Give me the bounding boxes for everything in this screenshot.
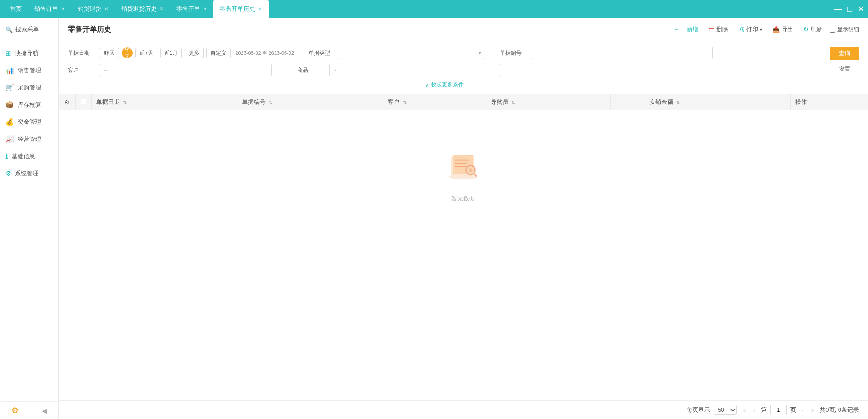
sort-customer-icon: ⇅ [403,100,407,105]
close-window-button[interactable]: ✕ [858,5,864,13]
filter-date-buttons: 昨天 今天 近7天 近1月 更多 自定义 2023-06-02 至 2023-0… [100,47,294,58]
yesterday-btn[interactable]: 昨天 [100,48,119,58]
add-button[interactable]: ＋ + 新增 [671,24,701,35]
top-nav-bar: 首页 销售订单 ✕ 销货退货 ✕ 销货退货历史 ✕ 零售开单 ✕ 零售开单历史 … [0,0,868,18]
sidebar-item-basic-info[interactable]: ℹ 基础信息 [0,148,58,165]
refresh-button[interactable]: ↻ 刷新 [801,24,825,35]
table-header-row: ⚙ 单据日期 ⇅ 单据编号 ⇅ [59,94,868,110]
prev-page-btn[interactable]: ‹ [751,405,757,414]
export-icon: 📤 [772,26,780,33]
sidebar: 🔍 搜索采单 ⊞ 快捷导航 📊 销售管理 🛒 采购管理 📦 库存核算 � [0,18,59,419]
query-button[interactable]: 查询 [830,47,859,60]
svg-rect-4 [455,163,466,164]
operations-icon: 📈 [5,135,14,143]
more-btn[interactable]: 更多 [185,48,204,58]
quick-nav-icon: ⊞ [5,49,11,57]
date-label: 单据日期 [68,49,93,57]
page-title: 零售开单历史 [68,25,111,34]
filter-area: 单据日期 昨天 今天 近7天 近1月 更多 自定义 2023-06-02 至 2… [59,41,868,94]
per-page-select[interactable]: 50 10 20 100 [714,405,737,415]
today-btn[interactable]: 今天 [122,47,133,58]
tab-sales-order[interactable]: 销售订单 ✕ [28,0,71,18]
sidebar-search[interactable]: 🔍 搜索采单 [0,23,58,36]
select-all-checkbox[interactable] [81,99,86,104]
th-guide[interactable]: 导购员 ⇅ [486,94,610,110]
doc-type-label: 单据类型 [308,49,333,57]
column-settings-icon[interactable]: ⚙ [64,99,70,106]
filter-settings-button[interactable]: 设置 [830,62,859,75]
first-page-btn[interactable]: « [740,405,748,414]
toolbar: ＋ + 新增 🗑 删除 🖨 打印 ▾ 📤 导出 ↻ [671,24,859,35]
empty-state: 暂无数据 [59,110,868,221]
tab-sales-return[interactable]: 销货退货 ✕ [71,0,115,18]
sidebar-item-purchase-mgmt[interactable]: 🛒 采购管理 [0,79,58,96]
sales-icon: 📊 [5,66,14,75]
system-icon: ⚙ [5,169,11,178]
add-icon: ＋ [674,25,680,33]
sidebar-bottom: ⚙ ◀ [0,401,58,419]
doc-type-dropdown-icon: ▾ [479,50,481,56]
filter-row-2: 客户 ··· 商品 ··· [68,64,821,76]
sidebar-item-system[interactable]: ⚙ 系统管理 [0,165,58,182]
tab-home[interactable]: 首页 [4,0,28,18]
custom-btn[interactable]: 自定义 [206,48,231,58]
collapse-icon: ∧ [425,82,429,88]
basic-info-icon: ℹ [5,152,8,160]
delete-icon: 🗑 [708,26,715,33]
finance-icon: 💰 [5,118,14,126]
doc-no-input[interactable] [532,47,713,59]
inventory-icon: 📦 [5,101,14,109]
page-input[interactable] [770,405,787,415]
show-detail-toggle[interactable]: 显示明细 [830,26,859,33]
page-end-label: 页 [790,406,796,414]
last7days-btn[interactable]: 近7天 [135,48,157,58]
tab-retail-open-history[interactable]: 零售开单历史 ✕ [213,0,269,18]
tab-sales-return-history[interactable]: 销货退货历史 ✕ [115,0,170,18]
product-select[interactable]: ··· [329,64,501,76]
th-checkbox[interactable] [75,94,91,110]
th-settings[interactable]: ⚙ [59,94,75,110]
last1month-btn[interactable]: 近1月 [160,48,182,58]
sidebar-item-operations[interactable]: 📈 经营管理 [0,131,58,148]
next-page-btn[interactable]: › [800,405,806,414]
last-page-btn[interactable]: » [809,405,816,414]
sidebar-collapse-button[interactable]: ◀ [42,406,47,415]
customer-select[interactable]: ··· [100,64,272,76]
sidebar-item-sales-mgmt[interactable]: 📊 销售管理 [0,62,58,79]
sidebar-top: 🔍 搜索采单 [0,18,58,41]
close-tab-sales-order[interactable]: ✕ [61,6,65,12]
filter-row-1: 单据日期 昨天 今天 近7天 近1月 更多 自定义 2023-06-02 至 2… [68,47,821,59]
sidebar-item-inventory[interactable]: 📦 库存核算 [0,96,58,113]
collapse-btn[interactable]: ∧ 收起更多条件 [425,81,464,89]
tab-retail-open[interactable]: 零售开单 ✕ [170,0,213,18]
doc-type-select[interactable]: ▾ [341,47,485,59]
th-amount[interactable]: 实销金额 ⇅ [645,94,790,110]
svg-rect-3 [455,160,470,161]
close-tab-retail-open[interactable]: ✕ [203,6,207,12]
print-button[interactable]: 🖨 打印 ▾ [735,24,765,35]
th-doc-no[interactable]: 单据编号 ⇅ [237,94,383,110]
sort-doc-no-icon: ⇅ [269,100,272,105]
sort-amount-icon: ⇅ [676,100,680,105]
show-detail-checkbox[interactable] [830,27,835,33]
export-button[interactable]: 📤 导出 [769,24,796,35]
window-controls: — □ ✕ [834,5,864,13]
sidebar-settings-button[interactable]: ⚙ [11,405,19,415]
sidebar-item-quick-nav[interactable]: ⊞ 快捷导航 [0,45,58,62]
sidebar-item-finance[interactable]: 💰 资金管理 [0,113,58,131]
th-customer[interactable]: 客户 ⇅ [383,94,486,110]
delete-button[interactable]: 🗑 删除 [706,24,731,35]
empty-text: 暂无数据 [451,194,475,202]
th-doc-date[interactable]: 单据日期 ⇅ [91,94,237,110]
th-spacer [610,94,645,110]
close-tab-retail-open-history[interactable]: ✕ [258,6,262,12]
svg-point-9 [469,168,473,172]
close-tab-sales-return-history[interactable]: ✕ [159,6,164,12]
product-label: 商品 [297,66,322,74]
maximize-button[interactable]: □ [847,5,852,13]
main-layout: 🔍 搜索采单 ⊞ 快捷导航 📊 销售管理 🛒 采购管理 📦 库存核算 � [0,18,868,419]
close-tab-sales-return[interactable]: ✕ [104,6,109,12]
minimize-button[interactable]: — [834,5,842,13]
doc-no-label: 单据编号 [500,49,525,57]
page-label: 第 [761,406,767,414]
